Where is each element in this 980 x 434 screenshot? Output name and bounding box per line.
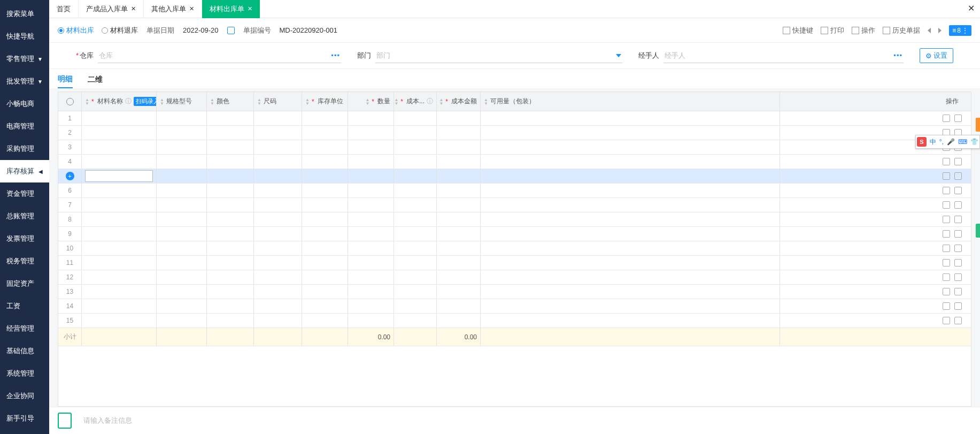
copy-icon[interactable] (954, 259, 962, 267)
ime-keyboard-icon[interactable]: ⌨ (958, 138, 967, 146)
sidebar-item-funds[interactable]: 资金管理 (0, 182, 49, 205)
sidebar-item-quick-nav[interactable]: 快捷导航 (0, 25, 49, 48)
close-icon[interactable]: ✕ (131, 5, 136, 12)
sidebar-item-tax[interactable]: 税务管理 (0, 250, 49, 272)
radio-material-return[interactable]: 材料退库 (102, 26, 138, 35)
sidebar-item-ecom1[interactable]: 小畅电商 (0, 93, 49, 115)
copy-icon[interactable] (954, 158, 962, 165)
print-button[interactable]: 打印 (821, 26, 844, 35)
sidebar-item-assets[interactable]: 固定资产 (0, 272, 49, 295)
close-icon[interactable]: ✕ (248, 5, 252, 12)
delete-icon[interactable] (943, 187, 950, 194)
ime-punct-icon[interactable]: °, (939, 138, 944, 146)
side-tab-green[interactable] (976, 224, 980, 238)
note-icon[interactable] (58, 413, 72, 429)
side-tab-orange[interactable] (976, 118, 980, 132)
sort-icon[interactable]: ▲▼ (210, 98, 214, 105)
sort-icon[interactable]: ▲▼ (85, 98, 89, 105)
delete-icon[interactable] (943, 317, 950, 324)
copy-icon[interactable] (954, 245, 962, 252)
sidebar-item-ecom2[interactable]: 电商管理 (0, 115, 49, 138)
delete-icon[interactable] (943, 259, 950, 267)
help-icon[interactable]: ⓘ (427, 97, 433, 106)
delete-icon[interactable] (943, 158, 950, 165)
sort-icon[interactable]: ▲▼ (484, 98, 488, 105)
copy-icon[interactable] (954, 172, 962, 180)
sort-icon[interactable]: ▲▼ (305, 98, 310, 105)
copy-icon[interactable] (954, 115, 962, 122)
delete-icon[interactable] (943, 302, 950, 310)
sort-icon[interactable]: ▲▼ (257, 98, 261, 105)
copy-icon[interactable] (954, 187, 962, 194)
sidebar-item-wholesale[interactable]: 批发管理▼ (0, 70, 49, 93)
delete-icon[interactable] (943, 230, 950, 238)
subtab-detail[interactable]: 明细 (58, 74, 73, 88)
table-row[interactable]: 1 (58, 111, 971, 126)
delete-icon[interactable] (943, 115, 950, 122)
table-row[interactable]: 13 (58, 285, 971, 299)
view-toggle-button[interactable]: ≡8⋮ (949, 25, 971, 36)
prev-arrow-icon[interactable] (928, 28, 931, 33)
sort-icon[interactable]: ▲▼ (365, 98, 369, 105)
next-arrow-icon[interactable] (938, 28, 942, 33)
operate-button[interactable]: 操作 (852, 26, 875, 35)
table-row[interactable]: 6 (58, 184, 971, 198)
sidebar-item-guide[interactable]: 新手引导 (0, 407, 49, 430)
handler-input[interactable]: 经手人••• (663, 49, 904, 63)
calendar-icon[interactable] (227, 27, 235, 34)
gear-icon[interactable] (66, 98, 74, 105)
copy-icon[interactable] (954, 216, 962, 223)
copy-icon[interactable] (954, 317, 962, 324)
table-row[interactable]: 8 (58, 212, 971, 227)
delete-icon[interactable] (943, 201, 950, 209)
history-button[interactable]: 历史单据 (883, 26, 920, 35)
add-row-icon[interactable]: + (66, 172, 74, 180)
date-value[interactable]: 2022-09-20 (183, 26, 219, 34)
sidebar-item-inventory[interactable]: 库存核算◀ (0, 160, 49, 182)
ime-lang[interactable]: 中 (930, 138, 936, 147)
table-row[interactable]: 10 (58, 241, 971, 256)
scan-tag[interactable]: 扫码录入 (134, 97, 157, 106)
copy-icon[interactable] (954, 288, 962, 295)
sidebar-item-purchase[interactable]: 采购管理 (0, 138, 49, 160)
tab-finished-in[interactable]: 产成品入库单✕ (79, 0, 144, 18)
sidebar-item-search-menu[interactable]: 搜索菜单 (0, 3, 49, 25)
table-row[interactable]: 4 (58, 155, 971, 169)
tab-other-in[interactable]: 其他入库单✕ (144, 0, 202, 18)
delete-icon[interactable] (943, 172, 950, 180)
sort-icon[interactable]: ▲▼ (160, 98, 164, 105)
sidebar-item-salary[interactable]: 工资 (0, 295, 49, 317)
dept-input[interactable]: 部门 (375, 49, 622, 63)
table-row[interactable]: 9 (58, 227, 971, 241)
ime-mic-icon[interactable]: 🎤 (947, 138, 955, 146)
sidebar-item-business[interactable]: 经营管理 (0, 317, 49, 340)
copy-icon[interactable] (954, 302, 962, 310)
table-row[interactable]: 12 (58, 270, 971, 285)
shortcut-button[interactable]: 快捷键 (783, 26, 813, 35)
ime-toolbar[interactable]: S 中 °, 🎤 ⌨ 👕 (915, 135, 980, 149)
delete-icon[interactable] (943, 245, 950, 252)
chevron-down-icon[interactable] (616, 54, 621, 57)
tab-material-out[interactable]: 材料出库单✕ (202, 0, 260, 18)
sidebar-item-invoice[interactable]: 发票管理 (0, 227, 49, 250)
delete-icon[interactable] (943, 216, 950, 223)
settings-button[interactable]: ⚙设置 (920, 48, 953, 63)
copy-icon[interactable] (954, 201, 962, 209)
material-name-input[interactable] (85, 170, 153, 182)
subtab-2d[interactable]: 二维 (88, 75, 103, 88)
warehouse-input[interactable]: 仓库••• (98, 49, 341, 63)
close-all-icon[interactable]: ✕ (968, 3, 975, 13)
delete-icon[interactable] (943, 273, 950, 281)
sidebar-item-system[interactable]: 系统管理 (0, 362, 49, 385)
sidebar-item-collab[interactable]: 企业协同 (0, 385, 49, 407)
help-icon[interactable]: ⓘ (125, 97, 132, 106)
table-row[interactable]: 14 (58, 299, 971, 314)
sidebar-item-basics[interactable]: 基础信息 (0, 340, 49, 362)
table-row[interactable]: 3 (58, 140, 971, 155)
table-row[interactable]: + (58, 169, 971, 184)
more-icon[interactable]: ••• (331, 51, 340, 59)
remark-input[interactable]: 请输入备注信息 (80, 413, 971, 429)
close-icon[interactable]: ✕ (189, 5, 194, 12)
table-row[interactable]: 15 (58, 314, 971, 328)
table-row[interactable]: 2 (58, 126, 971, 140)
